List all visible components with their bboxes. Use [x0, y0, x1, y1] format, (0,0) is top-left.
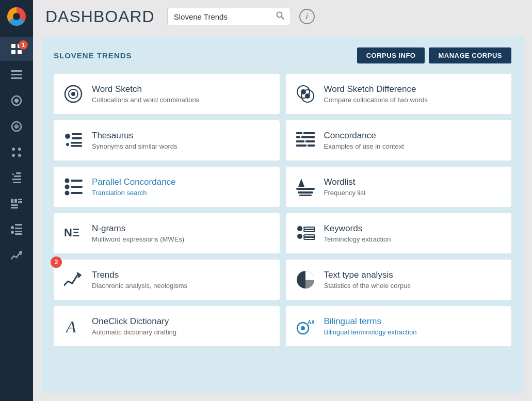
tool-name-word-sketch: Word Sketch	[92, 84, 270, 94]
keywords-icon	[295, 223, 316, 244]
svg-rect-69	[304, 230, 315, 232]
svg-rect-25	[11, 204, 18, 206]
tool-info-bilingual: Bilingual terms Bilingual terminology ex…	[324, 316, 503, 336]
svg-point-58	[65, 185, 70, 189]
tool-card-ngrams[interactable]: NΞ N-grams Multiword expressions (MWEs)	[54, 213, 280, 253]
sidebar-nav: 1	[0, 37, 33, 267]
svg-point-14	[18, 148, 21, 151]
sidebar-item-ws[interactable]	[0, 115, 33, 138]
sidebar-item-grid[interactable]: 1	[0, 37, 33, 61]
sidebar-item-wordlist[interactable]	[0, 166, 33, 190]
svg-marker-20	[12, 173, 14, 175]
tool-name-keywords: Keywords	[324, 223, 503, 234]
svg-rect-16	[16, 172, 21, 174]
tool-name-ngrams: N-grams	[92, 223, 270, 234]
tool-info-wsd: Word Sketch Difference Compare collocati…	[324, 84, 503, 104]
sidebar-item-trends[interactable]	[0, 244, 33, 267]
page-title: DASHBOARD	[45, 7, 155, 26]
svg-rect-72	[304, 237, 315, 239]
manage-corpus-button[interactable]: MANAGE CORPUS	[429, 47, 511, 63]
svg-rect-53	[305, 140, 315, 142]
panel-title: SLOVENE TRENDS	[54, 51, 132, 60]
svg-text:A: A	[65, 317, 76, 335]
svg-point-41	[305, 93, 310, 99]
svg-point-56	[65, 179, 70, 183]
svg-rect-6	[11, 77, 22, 79]
svg-point-15	[18, 154, 21, 157]
svg-rect-64	[298, 191, 313, 194]
panel-buttons: CORPUS INFO MANAGE CORPUS	[357, 47, 511, 63]
svg-rect-44	[72, 137, 82, 139]
tool-desc-ngrams: Multiword expressions (MWEs)	[92, 235, 270, 243]
svg-text:AX: AX	[308, 319, 315, 325]
tool-desc-oneclick: Automatic dictionary drafting	[92, 328, 270, 336]
trends-icon	[63, 269, 84, 290]
svg-rect-49	[303, 132, 315, 134]
header: DASHBOARD i	[33, 0, 532, 33]
tool-card-bilingual[interactable]: AX Bilingual terms Bilingual terminology…	[286, 306, 512, 346]
corpus-info-button[interactable]: CORPUS INFO	[357, 47, 425, 63]
svg-point-60	[65, 191, 70, 196]
tool-desc-concordance: Examples of use in context	[324, 142, 503, 150]
svg-rect-18	[12, 179, 21, 180]
tool-name-concordance: Concordance	[324, 131, 503, 141]
sidebar-item-ngrams[interactable]	[0, 192, 33, 216]
search-button[interactable]	[276, 11, 284, 22]
tool-card-word-sketch[interactable]: Word Sketch Collocations and word combin…	[54, 74, 280, 114]
sidebar-item-parallel[interactable]	[0, 140, 33, 164]
svg-rect-50	[296, 136, 300, 138]
tool-info-parallel: Parallel Concordance Translation search	[92, 177, 270, 197]
tool-card-parallel[interactable]: Parallel Concordance Translation search	[54, 167, 280, 207]
tool-info-word-sketch: Word Sketch Collocations and word combin…	[92, 84, 270, 104]
svg-rect-52	[296, 140, 304, 142]
concordance-icon	[295, 130, 316, 151]
tool-info-keywords: Keywords Terminology extraction	[324, 223, 503, 243]
svg-rect-61	[71, 192, 83, 194]
svg-rect-26	[11, 207, 18, 208]
tool-card-trends[interactable]: 2 Trends Diachronic analysis, neologisms	[54, 260, 280, 300]
svg-line-34	[281, 17, 284, 20]
tool-card-wsd[interactable]: Word Sketch Difference Compare collocati…	[286, 74, 512, 114]
tool-card-keywords[interactable]: Keywords Terminology extraction	[286, 213, 512, 253]
search-input[interactable]	[174, 12, 272, 21]
svg-rect-55	[308, 145, 315, 147]
sidebar-item-concordance[interactable]	[0, 89, 33, 113]
main-content: DASHBOARD i SLOVENE TRENDS CORPUS INFO M…	[33, 0, 532, 401]
tool-card-text-type[interactable]: Text type analysis Statistics of the who…	[286, 260, 512, 300]
svg-point-42	[65, 134, 70, 139]
svg-point-37	[71, 92, 75, 96]
svg-rect-3	[18, 50, 22, 54]
svg-marker-62	[298, 179, 304, 187]
svg-rect-46	[71, 142, 82, 144]
sidebar-item-keywords[interactable]	[0, 218, 33, 242]
sidebar-item-list[interactable]	[0, 63, 33, 87]
tool-desc-keywords: Terminology extraction	[324, 235, 503, 243]
dashboard-panel: SLOVENE TRENDS CORPUS INFO MANAGE CORPUS…	[41, 37, 524, 393]
word-sketch-icon	[63, 84, 84, 104]
info-button[interactable]: i	[299, 9, 315, 24]
tool-desc-thesaurus: Synonyms and similar words	[92, 142, 270, 150]
svg-point-70	[297, 234, 302, 239]
tool-info-trends: Trends Diachronic analysis, neologisms	[92, 270, 270, 290]
logo[interactable]	[0, 0, 33, 33]
tool-card-oneclick[interactable]: A OneClick Dictionary Automatic dictiona…	[54, 306, 280, 346]
tool-card-concordance[interactable]: Concordance Examples of use in context	[286, 120, 512, 161]
tool-desc-word-sketch: Collocations and word combinations	[92, 96, 270, 104]
svg-rect-43	[72, 133, 82, 135]
panel-header: SLOVENE TRENDS CORPUS INFO MANAGE CORPUS	[54, 47, 511, 63]
tool-info-thesaurus: Thesaurus Synonyms and similar words	[92, 131, 270, 150]
wsd-icon	[295, 84, 316, 104]
trends-badge: 2	[51, 256, 62, 268]
tool-name-parallel: Parallel Concordance	[92, 177, 270, 187]
tool-name-wordlist: Wordlist	[324, 177, 503, 187]
tool-info-wordlist: Wordlist Frequency list	[324, 177, 503, 197]
tool-card-thesaurus[interactable]: Thesaurus Synonyms and similar words	[54, 120, 280, 161]
svg-rect-71	[304, 235, 315, 237]
tool-card-wordlist[interactable]: Wordlist Frequency list	[286, 167, 512, 207]
svg-point-76	[301, 326, 305, 330]
tool-name-text-type: Text type analysis	[324, 270, 503, 280]
tool-name-bilingual: Bilingual terms	[324, 316, 503, 327]
tool-info-concordance: Concordance Examples of use in context	[324, 131, 503, 150]
svg-rect-0	[11, 44, 15, 48]
oneclick-icon: A	[63, 316, 84, 336]
